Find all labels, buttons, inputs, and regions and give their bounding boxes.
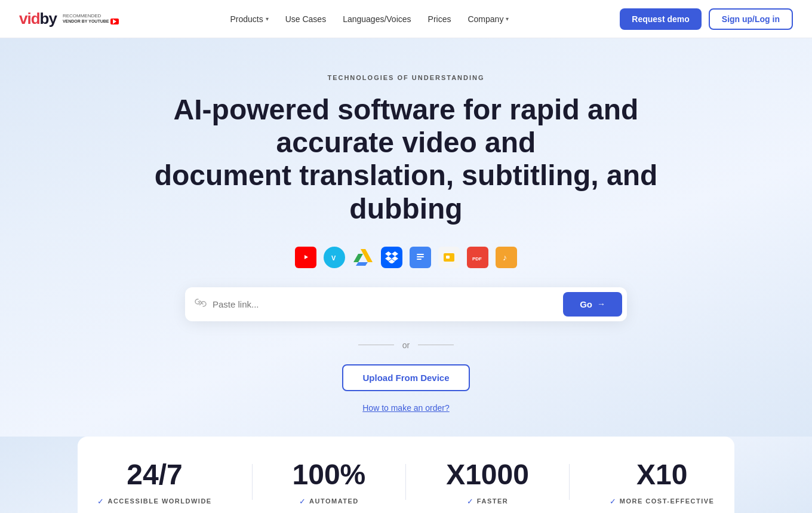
youtube-icon[interactable] xyxy=(295,247,316,268)
google-docs-icon[interactable] xyxy=(410,247,431,268)
youtube-badge-icon xyxy=(110,19,119,24)
nav-item-use-cases[interactable]: Use Cases xyxy=(278,10,333,29)
hero-tagline: TECHNOLOGIES OF UNDERSTANDING xyxy=(327,74,484,81)
arrow-right-icon: → xyxy=(597,299,605,309)
svg-marker-8 xyxy=(392,251,398,256)
link-icon xyxy=(195,297,207,312)
dropbox-icon[interactable] xyxy=(381,247,402,268)
stat-label-automated: AUTOMATED xyxy=(309,497,359,505)
signin-button[interactable]: Sign up/Log in xyxy=(709,8,793,30)
stat-item-availability: 24/7 ✓ ACCESSIBLE WORLDWIDE xyxy=(97,458,211,506)
check-icon: ✓ xyxy=(467,497,473,506)
stat-item-automated: 100% ✓ AUTOMATED xyxy=(293,458,366,506)
nav-item-company[interactable]: Company ▾ xyxy=(460,10,516,29)
go-button[interactable]: Go → xyxy=(563,292,622,317)
svg-text:PDF: PDF xyxy=(472,256,482,262)
stat-item-cost-effective: X10 ✓ MORE COST-EFFECTIVE xyxy=(610,458,715,506)
audio-icon[interactable]: ♪ xyxy=(496,247,517,268)
svg-rect-14 xyxy=(417,256,424,257)
vimeo-icon[interactable]: V xyxy=(324,247,345,268)
search-input[interactable] xyxy=(213,299,563,309)
stat-item-faster: X1000 ✓ FASTER xyxy=(446,458,529,506)
nav-item-prices[interactable]: Prices xyxy=(421,10,459,29)
hero-title: AI-powered software for rapid and accura… xyxy=(149,93,663,225)
google-drive-icon[interactable] xyxy=(352,247,374,268)
check-icon: ✓ xyxy=(610,497,616,506)
stat-label-faster: FASTER xyxy=(477,497,508,505)
nav-left: vidby RECOMMENDED VENDOR BY YOUTUBE xyxy=(19,10,119,28)
stat-divider xyxy=(569,464,570,500)
logo-badge: RECOMMENDED VENDOR BY YOUTUBE xyxy=(63,13,119,25)
stat-number-automated: 100% xyxy=(293,458,366,491)
svg-marker-7 xyxy=(385,251,392,256)
hero-section: TECHNOLOGIES OF UNDERSTANDING AI-powered… xyxy=(0,38,812,437)
google-slides-icon[interactable] xyxy=(438,247,460,268)
pdf-icon[interactable]: PDF xyxy=(467,247,488,268)
stats-bar: 24/7 ✓ ACCESSIBLE WORLDWIDE 100% ✓ AUTOM… xyxy=(78,437,734,513)
check-icon: ✓ xyxy=(97,497,104,506)
stat-number-availability: 24/7 xyxy=(127,458,182,491)
logo[interactable]: vidby RECOMMENDED VENDOR BY YOUTUBE xyxy=(19,10,119,28)
check-icon: ✓ xyxy=(299,497,306,506)
divider-line-left xyxy=(358,345,394,345)
request-demo-button[interactable]: Request demo xyxy=(620,8,701,30)
svg-text:V: V xyxy=(331,254,336,262)
search-bar: Go → xyxy=(185,287,627,321)
stat-divider xyxy=(252,464,253,500)
navbar: vidby RECOMMENDED VENDOR BY YOUTUBE Prod… xyxy=(0,0,812,38)
stat-number-faster: X1000 xyxy=(446,458,529,491)
svg-marker-5 xyxy=(353,254,363,262)
nav-item-products[interactable]: Products ▾ xyxy=(223,10,275,29)
stat-number-cost-effective: X10 xyxy=(636,458,687,491)
svg-rect-18 xyxy=(446,256,450,259)
stat-divider xyxy=(405,464,406,500)
chevron-down-icon: ▾ xyxy=(506,16,509,22)
divider-line-right xyxy=(418,345,454,345)
upload-from-device-button[interactable]: Upload From Device xyxy=(342,364,469,391)
stat-label-cost-effective: MORE COST-EFFECTIVE xyxy=(620,497,715,505)
svg-marker-6 xyxy=(356,262,368,266)
stat-label-availability: ACCESSIBLE WORLDWIDE xyxy=(107,497,211,505)
chevron-down-icon: ▾ xyxy=(266,16,269,22)
or-divider: or xyxy=(358,340,454,350)
services-icons-row: V PDF ♪ xyxy=(295,247,517,268)
svg-marker-4 xyxy=(361,249,373,262)
nav-menu: Products ▾ Use Cases Languages/Voices Pr… xyxy=(223,10,516,29)
svg-text:♪: ♪ xyxy=(503,253,507,262)
nav-actions: Request demo Sign up/Log in xyxy=(620,8,793,30)
how-to-order-link[interactable]: How to make an order? xyxy=(362,403,450,413)
svg-rect-15 xyxy=(417,259,422,260)
svg-rect-13 xyxy=(417,254,424,255)
nav-item-languages[interactable]: Languages/Voices xyxy=(336,10,418,29)
